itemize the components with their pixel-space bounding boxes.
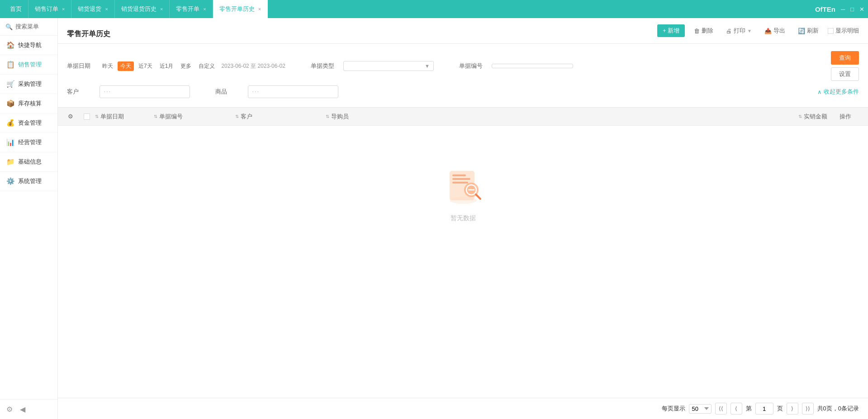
order-no-label: 单据编号: [459, 62, 484, 70]
sidebar-item-finance-label: 资金管理: [18, 119, 42, 127]
tab-sales-return[interactable]: 销货退货 ×: [71, 0, 114, 18]
shortcut-more[interactable]: 更多: [178, 61, 194, 71]
tab-home[interactable]: 首页: [4, 0, 28, 18]
operations-icon: 📊: [6, 138, 14, 146]
sidebar-collapse-icon[interactable]: ◀: [20, 405, 25, 414]
tab-sales-order[interactable]: 销售订单 ×: [28, 0, 71, 18]
th-checkbox[interactable]: [79, 113, 95, 120]
sidebar-item-basic-info[interactable]: 📁 基础信息: [0, 152, 57, 172]
collapse-button[interactable]: ∧ 收起更多条件: [817, 88, 859, 96]
table-container: ⚙ ⇅ 单据日期 ⇅ 单据编号 ⇅ 客户 ⇅: [58, 108, 868, 398]
export-button[interactable]: 📤 导出: [761, 25, 789, 37]
tab-sales-return-history-close[interactable]: ×: [160, 6, 163, 12]
close-window-icon[interactable]: ✕: [859, 6, 864, 13]
tab-sales-order-close[interactable]: ×: [62, 6, 65, 12]
delete-button[interactable]: 🗑 删除: [690, 25, 717, 37]
order-type-select[interactable]: ▼: [343, 61, 434, 71]
svg-rect-4: [452, 182, 468, 184]
order-type-label: 单据类型: [311, 62, 336, 70]
first-page-button[interactable]: ⟨⟨: [715, 403, 727, 414]
refresh-label: 刷新: [807, 27, 819, 35]
sales-mgmt-icon: 📋: [6, 61, 14, 69]
product-input[interactable]: ···: [248, 85, 338, 98]
sort-icon-guide: ⇅: [326, 114, 329, 119]
th-date[interactable]: ⇅ 单据日期: [95, 113, 154, 121]
sidebar-item-operations[interactable]: 📊 经营管理: [0, 133, 57, 152]
top-tabbar: 首页 销售订单 × 销货退货 × 销货退货历史 × 零售开单 × 零售开单历史 …: [0, 0, 868, 18]
display-detail-checkbox[interactable]: [828, 28, 834, 34]
th-action-label: 操作: [840, 113, 851, 121]
sidebar-item-quick-nav[interactable]: 🏠 快捷导航: [0, 36, 57, 55]
sort-icon-customer: ⇅: [235, 114, 239, 119]
tab-sales-order-label: 销售订单: [35, 5, 58, 13]
tab-retail-open[interactable]: 零售开单 ×: [170, 0, 213, 18]
empty-icon: [441, 162, 486, 207]
sidebar-item-sales-mgmt[interactable]: 📋 销售管理: [0, 55, 57, 75]
th-order-no[interactable]: ⇅ 单据编号: [154, 113, 235, 121]
filter-row-1: 单据日期 昨天 今天 近7天 近1月 更多 自定义 2023-06-02 至 2…: [67, 51, 859, 81]
setting-button[interactable]: 设置: [831, 67, 859, 81]
last-page-button[interactable]: ⟩⟩: [802, 403, 814, 414]
order-no-input[interactable]: [492, 64, 573, 68]
export-label: 导出: [773, 27, 785, 35]
refresh-button[interactable]: 🔄 刷新: [794, 25, 822, 37]
sidebar-item-inventory[interactable]: 📦 库存核算: [0, 94, 57, 113]
sidebar-search[interactable]: 🔍 搜索菜单: [0, 18, 57, 36]
empty-state: 暂无数据: [58, 126, 868, 259]
tab-sales-return-history[interactable]: 销货退货历史 ×: [115, 0, 170, 18]
display-detail-toggle[interactable]: 显示明细: [828, 27, 859, 35]
sidebar-bottom: ⚙ ◀: [0, 399, 57, 419]
search-icon: 🔍: [5, 24, 13, 30]
sidebar: 🔍 搜索菜单 🏠 快捷导航 📋 销售管理 🛒 采购管理 📦 库存核算 💰 资金管…: [0, 18, 58, 419]
th-action: 操作: [827, 113, 863, 121]
svg-line-6: [476, 194, 480, 199]
shortcut-today[interactable]: 今天: [118, 61, 134, 71]
table-header: ⚙ ⇅ 单据日期 ⇅ 单据编号 ⇅ 客户 ⇅: [58, 108, 868, 126]
svg-rect-2: [452, 174, 466, 176]
select-all-checkbox[interactable]: [84, 113, 90, 120]
prev-page-button[interactable]: ⟨: [730, 403, 742, 414]
tab-retail-open-label: 零售开单: [176, 5, 199, 13]
print-button[interactable]: 🖨 打印 ▼: [722, 25, 755, 37]
shortcut-7days[interactable]: 近7天: [136, 61, 155, 71]
refresh-icon: 🔄: [798, 28, 805, 34]
system-icon: ⚙️: [6, 177, 14, 185]
sidebar-item-finance[interactable]: 💰 资金管理: [0, 113, 57, 133]
sidebar-item-purchase-mgmt[interactable]: 🛒 采购管理: [0, 75, 57, 94]
pagination-bar: 每页显示 50 10 20 100 ⟨⟨ ⟨ 第 页 ⟩ ⟩⟩ 共0页，0条记录: [58, 398, 868, 419]
add-button[interactable]: + 新增: [657, 24, 685, 37]
tab-sales-return-close[interactable]: ×: [105, 6, 108, 12]
tab-retail-open-history-close[interactable]: ×: [258, 6, 261, 12]
query-button[interactable]: 查询: [831, 51, 859, 65]
brand-label: OfTEn: [815, 5, 835, 13]
next-page-button[interactable]: ⟩: [787, 403, 798, 414]
minimize-icon[interactable]: ─: [841, 6, 845, 13]
print-chevron-icon: ▼: [747, 28, 752, 33]
column-settings-icon[interactable]: ⚙: [68, 113, 73, 120]
total-info: 共0页，0条记录: [817, 405, 859, 413]
tab-home-label: 首页: [10, 5, 22, 13]
th-customer[interactable]: ⇅ 客户: [235, 113, 326, 121]
th-date-label: 单据日期: [100, 113, 124, 121]
customer-label: 客户: [67, 88, 92, 96]
page-input[interactable]: [755, 403, 773, 414]
sidebar-item-system[interactable]: ⚙️ 系统管理: [0, 172, 57, 191]
main-layout: 🔍 搜索菜单 🏠 快捷导航 📋 销售管理 🛒 采购管理 📦 库存核算 💰 资金管…: [0, 18, 868, 419]
collapse-label: 收起更多条件: [824, 88, 859, 96]
per-page-select[interactable]: 50 10 20 100: [689, 404, 711, 414]
th-guide[interactable]: ⇅ 导购员: [326, 113, 384, 121]
content-area: 零售开单历史 + 新增 🗑 删除 🖨 打印 ▼ 📤 导出 🔄: [58, 18, 868, 419]
tab-sales-return-label: 销货退货: [78, 5, 101, 13]
shortcut-custom[interactable]: 自定义: [196, 61, 218, 71]
th-settings[interactable]: ⚙: [62, 113, 79, 120]
query-setting-group: 查询 设置: [831, 51, 859, 81]
sidebar-settings-icon[interactable]: ⚙: [6, 405, 13, 414]
shortcut-yesterday[interactable]: 昨天: [100, 61, 116, 71]
display-detail-label: 显示明细: [835, 27, 859, 35]
tab-retail-open-close[interactable]: ×: [203, 6, 206, 12]
customer-input[interactable]: ···: [100, 85, 190, 98]
tab-retail-open-history[interactable]: 零售开单历史 ×: [213, 0, 268, 18]
th-amount[interactable]: ⇅ 实销金额: [773, 113, 827, 121]
maximize-icon[interactable]: □: [850, 6, 854, 13]
shortcut-1month[interactable]: 近1月: [157, 61, 176, 71]
